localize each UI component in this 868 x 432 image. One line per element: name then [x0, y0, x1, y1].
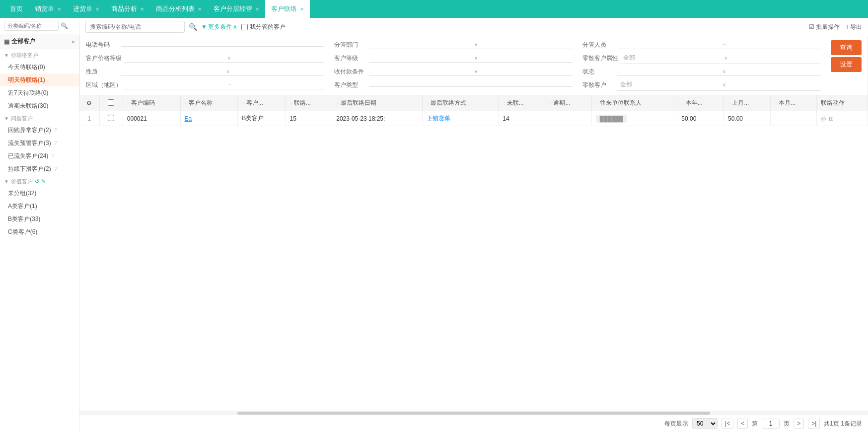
sidebar-search-icon[interactable]: 🔍	[61, 22, 68, 29]
all-customers-header[interactable]: ▦ 全部客户 «	[0, 34, 79, 49]
sidebar-item-a-class[interactable]: A类客户(1)	[0, 200, 79, 213]
arrow-down-icon: ▼	[4, 53, 9, 58]
td-actions: ◎ ⊞	[817, 111, 868, 126]
td-unit-contact: ██████	[591, 111, 677, 126]
question-icon: ?	[52, 153, 55, 159]
filter-row-4: 区域（地区） ··· 客户类型	[86, 79, 821, 91]
filter-action-column: 查询 设置	[831, 40, 862, 91]
sidebar-item-b-class[interactable]: B类客户(33)	[0, 213, 79, 225]
filter-payment-field: 收付款条件 ∨	[334, 67, 573, 76]
nav-product-analysis[interactable]: 商品分析 ✕	[105, 0, 150, 18]
th-name: ≡客户名称	[180, 95, 238, 111]
td-this-year: 50.00	[677, 111, 724, 126]
td-overdue	[545, 111, 592, 126]
batch-action-button[interactable]: ☑ 批量操作	[809, 23, 840, 31]
sidebar-item-churn-warning[interactable]: 流失预警客户(3) ?	[0, 137, 79, 149]
right-actions: ☑ 批量操作 ↑ 导出	[809, 23, 862, 31]
sidebar-item-declining[interactable]: 持续下滑客户(2) ?	[0, 162, 79, 175]
sidebar-item-c-class[interactable]: C类客户(6)	[0, 225, 79, 238]
page-number-input[interactable]	[762, 419, 780, 429]
td-last-contact-method[interactable]: 下销货单	[422, 111, 499, 126]
close-icon[interactable]: ✕	[140, 6, 144, 12]
query-button[interactable]: 查询	[831, 40, 862, 55]
sidebar-item-churned[interactable]: 已流失客户(24) ?	[0, 149, 79, 162]
th-settings[interactable]: ⚙	[79, 95, 99, 111]
nav-customer-tier[interactable]: 客户分层经营 ✕	[208, 0, 265, 18]
filter-region-field: 区域（地区） ···	[86, 80, 324, 89]
th-last-contact-date: ≡最后联络日期	[332, 95, 422, 111]
search-button[interactable]: 🔍	[189, 23, 197, 31]
close-icon[interactable]: ✕	[300, 6, 304, 12]
nav-sales-order[interactable]: 销货单 ✕	[29, 0, 67, 18]
sidebar-item-7day-pending[interactable]: 近7天待联络(0)	[0, 86, 79, 99]
value-group-label: ▼ 价值客户 ↺ ✎	[0, 175, 79, 187]
sidebar-item-overdue-pending[interactable]: 逾期未联络(30)	[0, 99, 79, 112]
nav-customer-contact[interactable]: 客户联络 ✕	[265, 0, 310, 18]
value-group-refresh-icon[interactable]: ↺	[35, 178, 39, 185]
filter-customer-type-input[interactable]	[369, 83, 573, 87]
search-input[interactable]	[85, 21, 185, 33]
filter-customer-level-select[interactable]: ∨	[369, 54, 573, 63]
filter-customer-level-field: 客户等级 ∨	[334, 54, 573, 63]
td-last-month: 50.00	[724, 111, 771, 126]
filter-region-input[interactable]: ···	[124, 80, 324, 89]
sidebar-item-tomorrow-pending[interactable]: 明天待联络(1)	[0, 73, 79, 86]
next-page-button[interactable]: >	[794, 419, 804, 429]
table-footer: 每页显示 50 100 200 |< < 第 页 > >| 共1页 1条记录	[79, 415, 868, 432]
last-page-button[interactable]: >|	[808, 419, 820, 429]
question-icon: ?	[54, 141, 57, 146]
td-no-contact: 14	[499, 111, 545, 126]
filter-retail-attr-field: 零散客户属性 全部 ∨	[582, 52, 821, 64]
sidebar-item-today-pending[interactable]: 今天待联络(0)	[0, 61, 79, 73]
filter-nature-field: 性质 ∨	[86, 67, 324, 76]
my-customers-checkbox[interactable]: 我分管的客户	[241, 23, 286, 31]
more-conditions-button[interactable]: ▼ 更多条件 ∧	[201, 23, 237, 31]
td-contact: 15	[286, 111, 332, 126]
nav-home[interactable]: 首页	[4, 0, 29, 18]
scrollbar-thumb[interactable]	[237, 412, 711, 415]
filter-payment-select[interactable]: ∨	[369, 67, 573, 76]
sidebar-item-purchase-anomaly[interactable]: 回购异常客户(2) ?	[0, 124, 79, 137]
close-icon[interactable]: ✕	[198, 6, 202, 12]
horizontal-scrollbar[interactable]	[79, 411, 868, 415]
nav-product-analysis-list[interactable]: 商品分析列表 ✕	[150, 0, 208, 18]
contact-add-icon[interactable]: ⊞	[829, 115, 834, 122]
export-button[interactable]: ↑ 导出	[846, 23, 862, 31]
th-this-month: ≡本月...	[770, 95, 817, 111]
close-icon[interactable]: ✕	[255, 6, 259, 12]
my-customers-check[interactable]	[241, 24, 248, 30]
sidebar-search-bar: 🔍	[0, 18, 79, 34]
prev-page-button[interactable]: <	[737, 419, 748, 429]
contact-view-icon[interactable]: ◎	[821, 115, 826, 122]
filter-dept-select[interactable]: ∨	[369, 40, 573, 49]
filter-icon: ▼	[201, 23, 207, 30]
select-all-checkbox[interactable]	[108, 99, 114, 106]
td-checkbox[interactable]	[99, 111, 123, 126]
td-name[interactable]: Ea	[180, 111, 238, 126]
filter-price-level-select[interactable]: ∨	[124, 54, 324, 63]
row-checkbox[interactable]	[108, 115, 114, 121]
first-page-button[interactable]: |<	[722, 419, 733, 429]
sidebar-search-input[interactable]	[4, 21, 59, 31]
reset-button[interactable]: 设置	[831, 57, 862, 72]
filter-phone-input[interactable]	[121, 43, 324, 47]
problem-group-label: ▼ 问题客户	[0, 112, 79, 124]
close-icon[interactable]: ✕	[95, 6, 99, 12]
value-group-edit-icon[interactable]: ✎	[41, 178, 46, 185]
filter-status-select[interactable]: ∨	[617, 67, 821, 76]
th-checkbox[interactable]	[99, 95, 123, 111]
collapse-icon[interactable]: «	[72, 38, 75, 45]
filter-retail-attr-select[interactable]: 全部 ∨	[620, 52, 821, 64]
filter-customer-type-field: 客户类型	[334, 81, 573, 89]
close-icon[interactable]: ✕	[57, 6, 61, 12]
page-size-select[interactable]: 50 100 200	[692, 418, 718, 429]
filter-bar: 🔍 ▼ 更多条件 ∧ 我分管的客户 ☑ 批量操作 ↑ 导出	[79, 18, 868, 36]
top-nav: 首页 销货单 ✕ 进货单 ✕ 商品分析 ✕ 商品分析列表 ✕ 客户分层经营 ✕ …	[0, 0, 868, 18]
th-overdue: ≡逾期...	[545, 95, 592, 111]
filter-nature-select[interactable]: ∨	[121, 67, 324, 76]
filter-person-input[interactable]: ···	[617, 40, 821, 49]
grid-icon: ▦	[4, 38, 9, 45]
sidebar-item-ungrouped[interactable]: 未分组(32)	[0, 187, 79, 200]
nav-purchase-order[interactable]: 进货单 ✕	[67, 0, 105, 18]
filter-retail-customer-select[interactable]: 全部 ∨	[617, 79, 821, 91]
